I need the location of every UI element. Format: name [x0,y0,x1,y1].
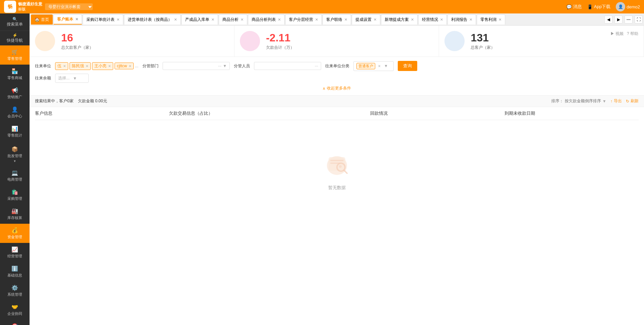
results-bar: 搜索结果中，客户0家 欠款金额 0.00元 排序： 按欠款金额倒序排序 ▼ ↑ … [30,96,644,107]
tab-close-profit-report[interactable]: ✕ [469,17,472,22]
company-select[interactable]: 母婴行业演示帐套 [45,3,93,10]
messages-label: 消息 [573,4,582,10]
tag-cjttcw-close[interactable]: ✕ [129,64,131,68]
sidebar-item-basic-info[interactable]: ℹ️ 基础信息 [0,262,30,281]
tab-bar: 🏠 首页 客户账本 ✕ 采购订单统计表 ✕ 进货单统计表（按商品） ✕ 产成品入… [30,13,644,26]
export-btn[interactable]: ↑ 导出 [610,98,622,104]
tab-close-purchase-order[interactable]: ✕ [117,17,120,22]
sidebar-item-retail-mall[interactable]: 🏪 零售商城 [0,65,30,84]
sidebar-item-wholesale[interactable]: 📦 批发管理 ▼ [0,143,30,166]
basic-info-label: 基础信息 [7,273,22,278]
tab-production[interactable]: 产成品入库单 ✕ [181,14,218,25]
help-btn[interactable]: ? 帮助 [627,31,638,37]
filter-tag-wang[interactable]: 王小亮 ✕ [92,62,113,70]
sidebar-search[interactable]: 🔍 搜索菜单 [0,13,30,31]
tab-stock-stat[interactable]: 进货单统计表（按商品） ✕ [124,14,181,25]
tab-close-customer-layered[interactable]: ✕ [315,17,318,22]
tab-close-new-commission[interactable]: ✕ [411,17,414,22]
collapse-arrow: ∧ [323,86,326,91]
app-name: 畅捷通好生意 [18,2,42,6]
tab-minimize[interactable]: — [625,15,633,24]
tab-product-analysis[interactable]: 商品分析 ✕ [219,14,247,25]
stat-help-area: ▶ 视频 ? 帮助 [610,31,638,37]
tab-close-commission-settings[interactable]: ✕ [374,17,377,22]
tab-close-production[interactable]: ✕ [211,17,214,22]
sidebar-item-system[interactable]: ⚙️ 系统管理 [0,281,30,300]
tab-close-stock-stat[interactable]: ✕ [174,17,177,22]
owner-unit-label: 往来单位 [35,63,51,69]
dept-select[interactable]: ··· ▼ [163,62,230,70]
tab-home-label: 首页 [41,17,49,23]
tab-product-list-label: 商品分析列表 [252,17,276,23]
person-select[interactable]: ··· [254,62,321,70]
system-label: 系统管理 [7,292,22,297]
col-header-date: 到期未收款日期 [505,110,639,116]
filter-tag-wu[interactable]: 伍 ✕ [55,62,68,70]
tab-scroll-left[interactable]: ◀ [604,15,612,24]
collapse-button[interactable]: ∧ 收起更多条件 [35,85,639,91]
table-area: 客户信息 欠款交易信息（占比） 回款情况 到期未收款日期 [30,107,644,218]
refresh-btn[interactable]: ↻ 刷新 [626,98,639,104]
tag-wu-label: 伍 [57,63,61,69]
tab-purchase-order[interactable]: 采购订单统计表 ✕ [83,14,123,25]
sidebar-item-inventory[interactable]: 🏭 库存核算 [0,205,30,224]
tab-new-commission[interactable]: 新增提成方案 ✕ [381,14,418,25]
sidebar-item-member[interactable]: 👤 会员中心 [0,103,30,122]
tag-wang-close[interactable]: ✕ [108,64,111,68]
tab-operations[interactable]: 经营情况 ✕ [418,14,447,25]
tab-close-product-list[interactable]: ✕ [278,17,281,22]
tab-customer-ledger[interactable]: 客户账本 ✕ [53,14,82,25]
sort-btn[interactable]: 排序： 按欠款金额倒序排序 ▼ [551,98,606,104]
tab-retail-profit[interactable]: 零售利润 ✕ [477,14,505,25]
tab-close-retail-profit[interactable]: ✕ [499,17,502,22]
table-header: 客户信息 欠款交易信息（占比） 回款情况 到期未收款日期 [35,107,639,120]
tab-customer-layered[interactable]: 客户分层经营 ✕ [285,14,322,25]
sidebar-item-retail-stat[interactable]: 📊 零售统计 [0,122,30,141]
tab-close-customer-ledger[interactable]: ✕ [75,17,78,22]
username: demo2 [627,4,640,9]
video-help-btn[interactable]: ▶ 视频 [610,31,624,37]
unit-type-close[interactable]: ✕ [378,64,381,68]
filter-tag-chen[interactable]: 陈民强 ✕ [70,62,91,70]
filter-more-tags[interactable]: ... [135,64,138,68]
sidebar-item-guide[interactable]: 🎯 新手引导 [0,320,30,325]
tab-close-operations[interactable]: ✕ [440,17,443,22]
sidebar-item-operations[interactable]: 📈 经营管理 [0,243,30,262]
tab-maximize[interactable]: ⛶ [635,15,643,24]
filter-row-1: 往来单位 伍 ✕ 陈民强 ✕ 王小亮 [35,61,639,71]
tag-chen-close[interactable]: ✕ [86,64,88,68]
unit-type-select[interactable]: 普通客户 ✕ ▼ [353,61,394,71]
tag-wu-close[interactable]: ✕ [63,64,66,68]
stat-value-total: 131 [471,32,495,44]
messages-btn[interactable]: 💬 消息 [566,4,582,10]
debt-amount-text: 欠款金额 0.00元 [78,99,107,103]
sidebar-item-retail-mgmt[interactable]: 🛒 零售管理 [0,45,30,65]
tab-customer-contact[interactable]: 客户联络 ✕ [323,14,351,25]
query-button[interactable]: 查询 [398,61,417,71]
tab-commission-settings[interactable]: 提成设置 ✕ [352,14,380,25]
filter-tag-cjttcw[interactable]: cjttcw ✕ [115,63,134,69]
app-download-btn[interactable]: 📱 App下载 [587,4,610,10]
sidebar-item-finance[interactable]: 💰 资金管理 [0,224,30,243]
unit-type-arrow: ▼ [384,64,388,68]
sidebar-item-marketing[interactable]: 📢 营销推广 [0,84,30,103]
tab-product-list[interactable]: 商品分析列表 ✕ [248,14,285,25]
sidebar-quick-nav[interactable]: ⚡ 快捷导航 [0,31,30,45]
sidebar-item-ecommerce[interactable]: 💻 电商管理 [0,166,30,185]
wholesale-label: 批发管理 [7,153,22,158]
mall-icon: 🏪 [11,68,18,74]
unit-type-tag: 普通客户 [356,63,375,69]
tab-close-product-analysis[interactable]: ✕ [241,17,244,22]
tab-home[interactable]: 🏠 首页 [31,14,53,25]
tab-scroll-right[interactable]: ▶ [614,15,622,24]
tab-close-customer-contact[interactable]: ✕ [344,17,347,22]
balance-select[interactable]: 选择... ▼ [55,74,89,83]
sidebar-item-purchase[interactable]: 🛍️ 采购管理 [0,185,30,205]
tab-profit-report[interactable]: 利润报告 ✕ [447,14,476,25]
svg-text:¥: ¥ [43,37,47,44]
empty-state: 暂无数据 [35,120,639,218]
top-bar-right: 💬 消息 📱 App下载 👤 demo2 [566,2,640,11]
user-profile[interactable]: 👤 demo2 [616,2,640,11]
sidebar-item-collab[interactable]: 🤝 企业协同 [0,300,30,320]
system-icon: ⚙️ [11,285,18,291]
